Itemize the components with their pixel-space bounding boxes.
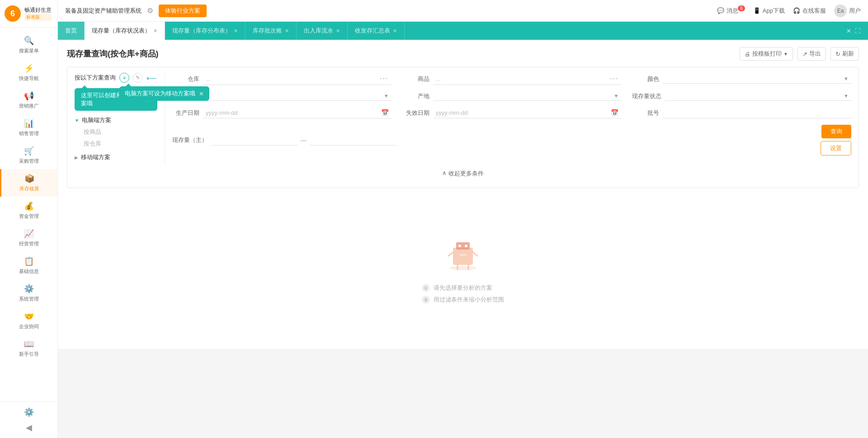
tab-batch[interactable]: 库存批次账 ✕: [245, 22, 297, 40]
filter-arrow-btn[interactable]: ⟵: [146, 74, 157, 82]
online-service-group[interactable]: 🎧 在线客服: [793, 7, 826, 15]
sidebar-item-guide[interactable]: 📖 新手引导: [0, 334, 57, 362]
operations-icon: 📈: [24, 229, 34, 239]
svg-rect-1: [453, 248, 473, 265]
produce-date-calendar-icon[interactable]: 📅: [381, 109, 389, 116]
svg-line-6: [448, 252, 453, 256]
tab-inventory-status-close[interactable]: ✕: [153, 28, 157, 34]
tab-flow[interactable]: 出入库流水 ✕: [297, 22, 348, 40]
tab-flow-close[interactable]: ✕: [336, 28, 340, 34]
step-num-1: ①: [422, 284, 430, 292]
sidebar-item-quicknav[interactable]: ⚡ 快捷导航: [0, 59, 57, 86]
filter-section: 按以下方案查询 + 电脑方案可设为移动方案哦 ✕: [67, 67, 859, 188]
tab-close-all-icon[interactable]: ✕: [846, 28, 851, 34]
guide-icon: 📖: [24, 339, 34, 349]
tab-home[interactable]: 首页: [58, 22, 85, 40]
stock-status-select[interactable]: ▼: [665, 91, 851, 101]
sidebar-label-inventory: 库存核算: [19, 185, 39, 192]
export-icon: ↗: [802, 51, 807, 57]
sidebar-item-system[interactable]: ⚙️ 系统管理: [0, 279, 57, 307]
edit-tooltip-arrow: [82, 85, 87, 88]
search-button[interactable]: 查询: [821, 125, 851, 138]
tab-summary-close[interactable]: ✕: [393, 28, 397, 34]
export-btn[interactable]: ↗ 导出: [797, 47, 826, 61]
user-group[interactable]: Ea 用户: [834, 5, 861, 17]
settings-icon[interactable]: ⚙: [147, 6, 153, 15]
produce-date-field[interactable]: [206, 109, 381, 116]
tab-inventory-dist-close[interactable]: ✕: [234, 28, 238, 34]
sidebar-item-marketing[interactable]: 📢 营销推广: [0, 86, 57, 114]
goods-placeholder: ...: [436, 75, 441, 82]
mobile-scheme-header[interactable]: ▶ 移动端方案: [75, 151, 157, 163]
online-service-label: 在线客服: [802, 7, 826, 15]
refresh-btn[interactable]: ↻ 刷新: [830, 47, 859, 61]
scheme-tooltip-close[interactable]: ✕: [199, 90, 204, 97]
arrow-scheme-wrapper: ⟵: [146, 74, 157, 82]
stock-amount-label: 现存量（主）: [172, 136, 208, 144]
sidebar-label-guide: 新手引导: [19, 351, 39, 358]
tab-inventory-dist[interactable]: 现存量（库存分布表） ✕: [165, 22, 245, 40]
finance-icon: 💰: [24, 201, 34, 211]
desktop-scheme-header[interactable]: ▼ 电脑端方案: [75, 114, 157, 126]
collapse-up-icon: ∧: [442, 170, 447, 178]
tab-summary[interactable]: 收发存汇总表 ✕: [348, 22, 405, 40]
edit-scheme-btn[interactable]: ✎: [133, 73, 143, 83]
main-area: 装备及固定资产辅助管理系统 ⚙ 体验行业方案 💬 消息 6 📱 App下载 🎧 …: [58, 0, 868, 438]
tab-expand-icon[interactable]: ⛶: [855, 28, 861, 34]
sidebar-item-finance[interactable]: 💰 资金管理: [0, 197, 57, 224]
expire-date-calendar-icon[interactable]: 📅: [611, 109, 618, 116]
tab-batch-close[interactable]: ✕: [285, 28, 289, 34]
sidebar-item-sales[interactable]: 📊 销售管理: [0, 114, 57, 141]
scheme-item-goods[interactable]: 按商品: [75, 126, 157, 138]
add-scheme-btn[interactable]: +: [119, 73, 129, 83]
edit-icon: ✎: [136, 75, 140, 81]
origin-label: 产地: [402, 92, 429, 100]
origin-select[interactable]: ▼: [433, 91, 622, 101]
empty-illustration: [440, 230, 486, 275]
sidebar-item-purchase[interactable]: 🛒 采购管理: [0, 141, 57, 169]
empty-state: ① 请先选择要分析的方案 ② 用过滤条件来缩小分析范围: [67, 193, 859, 342]
print-arrow-icon: ▼: [783, 52, 788, 57]
sidebar-label-operations: 经营管理: [19, 240, 39, 247]
expire-date-field[interactable]: [436, 109, 611, 116]
expire-date-label: 失效日期: [402, 109, 429, 117]
header-actions: 🖨 按模板打印 ▼ ↗ 导出 ↻ 刷新: [740, 47, 859, 61]
notice-group[interactable]: 💬 消息 6: [717, 7, 745, 15]
sidebar-item-operations[interactable]: 📈 经营管理: [0, 224, 57, 252]
desktop-arrow-icon: ▼: [75, 118, 79, 123]
goods-select[interactable]: ... ···: [433, 73, 622, 85]
sidebar-item-basic[interactable]: 📋 基础信息: [0, 252, 57, 279]
size-select[interactable]: ▼: [203, 91, 392, 101]
step-num-2: ②: [422, 296, 430, 304]
tab-home-label: 首页: [65, 27, 77, 35]
sidebar-label-system: 系统管理: [19, 296, 39, 302]
scheme-item-warehouse[interactable]: 按仓库: [75, 138, 157, 150]
sidebar-item-enterprise[interactable]: 🤝 企业协同: [0, 307, 57, 334]
collapse-sidebar-icon[interactable]: ◀: [26, 423, 32, 433]
mobile-scheme-label: 移动端方案: [81, 153, 110, 161]
batch-input[interactable]: [663, 108, 851, 118]
svg-point-3: [458, 245, 461, 247]
expire-date-input[interactable]: 📅: [433, 107, 622, 118]
collapse-row[interactable]: ∧ 收起更多条件: [75, 165, 851, 182]
sidebar-item-search[interactable]: 🔍 搜索菜单: [0, 31, 57, 59]
color-select[interactable]: ▼: [663, 74, 851, 84]
sidebar-footer: ⚙️ ◀: [0, 401, 57, 438]
svg-point-0: [449, 266, 476, 270]
stock-amount-min[interactable]: [211, 135, 298, 146]
logo-icon: 6: [5, 5, 21, 22]
produce-date-input[interactable]: 📅: [203, 107, 392, 118]
size-arrow-icon: ▼: [384, 93, 389, 99]
app-download-group[interactable]: 📱 App下载: [753, 7, 785, 15]
reset-button[interactable]: 设置: [821, 141, 851, 155]
solution-button[interactable]: 体验行业方案: [159, 5, 207, 17]
sidebar-item-inventory[interactable]: 📦 库存核算: [0, 169, 57, 197]
tab-inventory-dist-label: 现存量（库存分布表）: [172, 27, 231, 35]
color-label: 颜色: [632, 75, 659, 83]
settings-footer-icon[interactable]: ⚙️: [24, 407, 34, 417]
tab-inventory-status[interactable]: 现存量（库存状况表） ✕: [85, 22, 165, 40]
warehouse-select[interactable]: ... ···: [203, 73, 392, 85]
print-template-btn[interactable]: 🖨 按模板打印 ▼: [740, 47, 793, 61]
sidebar-label-basic: 基础信息: [19, 268, 39, 275]
stock-amount-max[interactable]: [309, 135, 396, 146]
